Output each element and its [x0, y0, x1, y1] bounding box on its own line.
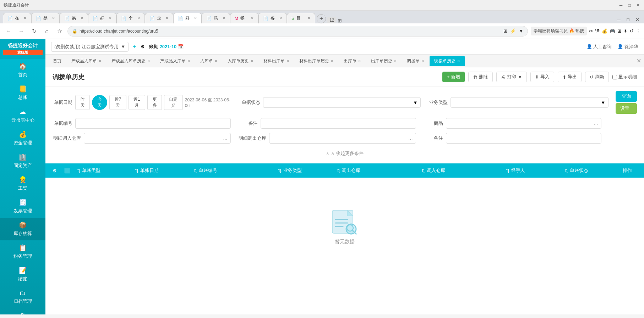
sidebar-item-ledger[interactable]: 📒 总账	[0, 82, 45, 104]
tab-product-in[interactable]: 产成品入库单 ✕	[67, 56, 106, 66]
back-button[interactable]: ←	[4, 26, 13, 36]
tab-material-out[interactable]: 材料出库单 ✕	[259, 56, 294, 66]
th-transfer-out[interactable]: ⇅ 调出仓库	[334, 167, 419, 174]
remark-input[interactable]	[261, 118, 416, 129]
sidebar-item-reports[interactable]: ☁ 云报表中心	[0, 104, 45, 127]
collapse-filter-btn[interactable]: ∧ ∧ 收起更多条件	[53, 148, 637, 159]
th-doc-type[interactable]: ⇅ 单账类型	[74, 167, 132, 174]
browser-tab-6[interactable]: 📄企✕	[145, 13, 173, 23]
browser-max-button[interactable]: □	[624, 16, 632, 23]
th-biz-type[interactable]: ⇅ 业务类型	[275, 167, 333, 174]
tab-product-in2[interactable]: 产成品入库单 ✕	[155, 56, 195, 66]
sidebar-item-inventory[interactable]: 📦 库存核算	[0, 218, 45, 240]
minimize-button[interactable]: ─	[617, 1, 625, 9]
th-doc-date[interactable]: ⇅ 单账日期	[132, 167, 190, 174]
settings-button[interactable]: 设置	[616, 103, 637, 114]
forward-button[interactable]: →	[16, 26, 26, 36]
th-doc-num[interactable]: ⇅ 单账编号	[191, 167, 275, 174]
tab-out-hist-close[interactable]: ✕	[394, 59, 397, 63]
export-button[interactable]: ⬆ 导出	[558, 72, 582, 82]
tab-material-out-hist[interactable]: 材料出库单历史 ✕	[295, 56, 338, 66]
sidebar-item-closing[interactable]: 📝 结账	[0, 263, 45, 286]
date-today-btn[interactable]: 今天	[92, 95, 107, 110]
maximize-button[interactable]: □	[626, 1, 633, 9]
import-button[interactable]: ⬇ 导入	[530, 72, 554, 82]
browser-tab-10[interactable]: 📄各✕	[258, 13, 287, 23]
date-7days-btn[interactable]: 近7天	[109, 95, 126, 110]
service-btn[interactable]: 👤 人工咨询	[586, 44, 612, 50]
display-checkbox[interactable]	[612, 75, 617, 79]
bookmark-button[interactable]: ☆	[55, 26, 65, 36]
refresh-button[interactable]: ↺ 刷新	[585, 72, 609, 82]
goods-select[interactable]: …	[446, 118, 601, 129]
browser-tab-2[interactable]: 📄易✕	[31, 13, 60, 23]
browser-tab-7[interactable]: 📄好✕	[173, 13, 202, 23]
tab-product-in-hist-close[interactable]: ✕	[147, 59, 150, 63]
tab-product-in-hist[interactable]: 产成品入库单历史 ✕	[107, 56, 155, 66]
sidebar-item-funds[interactable]: 💰 资金管理	[0, 127, 45, 150]
select-all-checkbox[interactable]	[65, 168, 70, 173]
tab-product-in2-close[interactable]: ✕	[187, 59, 190, 63]
tab-material-out-hist-close[interactable]: ✕	[331, 59, 334, 63]
add-company-btn[interactable]: +	[133, 44, 136, 50]
browser-close-button[interactable]: ✕	[633, 16, 641, 23]
tab-out-close[interactable]: ✕	[358, 59, 361, 63]
date-custom-btn[interactable]: 自定义	[164, 95, 183, 110]
browser-tab-9[interactable]: M畅✕	[230, 13, 258, 23]
address-bar[interactable]: 🔒 https://cloud.chanjet.com/accounting/u…	[67, 26, 528, 37]
browser-tab-1[interactable]: 📄在✕	[3, 13, 31, 23]
th-checkbox[interactable]	[61, 168, 74, 173]
reload-button[interactable]: ↻	[29, 26, 39, 36]
browser-tab-4[interactable]: 📄好✕	[88, 13, 116, 23]
biz-select[interactable]: ▼	[451, 97, 608, 108]
home-button[interactable]: ⌂	[42, 26, 52, 36]
tab-in[interactable]: 入库单 ✕	[196, 56, 222, 66]
new-tab-button[interactable]: +	[317, 14, 326, 23]
date-yesterday-btn[interactable]: 昨天	[75, 95, 90, 110]
settings-gear[interactable]: ⚙	[141, 44, 145, 49]
tab-bar-close[interactable]: ✕	[637, 57, 641, 64]
sidebar-item-home[interactable]: 🏠 首页	[0, 59, 45, 82]
period-selector[interactable]: 账期 2021-10 📅	[149, 44, 184, 50]
detail-out-select[interactable]: …	[269, 133, 416, 144]
sidebar-item-settings[interactable]: ⚙ 基础设置	[0, 308, 45, 314]
tab-transfer-hist-close[interactable]: ✕	[457, 59, 460, 63]
status-select[interactable]: ▼	[263, 97, 421, 108]
date-1month-btn[interactable]: 近1月	[129, 95, 145, 110]
tab-transfer-hist[interactable]: 调拨单历史 ✕	[430, 56, 465, 66]
sidebar-item-archive[interactable]: 🗂 归档管理	[0, 286, 45, 308]
sidebar-item-invoices[interactable]: 🧾 发票管理	[0, 195, 45, 218]
sidebar-item-payroll[interactable]: 👷 工资	[0, 172, 45, 195]
delete-button[interactable]: 🗑 删除	[468, 72, 493, 82]
sidebar-item-assets[interactable]: 🏢 固定资产	[0, 150, 45, 172]
company-selector[interactable]: (勿删勿禁用) 江西服宝测试专用 ▼	[51, 42, 129, 52]
th-handler[interactable]: ⇅ 经手人	[503, 167, 561, 174]
date-more-btn[interactable]: 更多	[147, 95, 162, 110]
tab-product-in-close[interactable]: ✕	[98, 59, 102, 63]
th-settings[interactable]: ⚙	[48, 168, 61, 173]
detail-in-select[interactable]: …	[84, 133, 231, 144]
print-button[interactable]: 🖨 打印 ▼	[496, 72, 527, 82]
docnum-input[interactable]	[75, 118, 231, 129]
tab-in-hist-close[interactable]: ✕	[250, 59, 253, 63]
browser-tab-11[interactable]: S目✕	[287, 13, 315, 23]
new-button[interactable]: + 新增	[442, 72, 465, 82]
tab-out-hist[interactable]: 出库单历史 ✕	[366, 56, 402, 66]
tab-transfer-close[interactable]: ✕	[421, 59, 424, 63]
th-doc-status[interactable]: ⇅ 单账状态	[562, 167, 620, 174]
query-button[interactable]: 查询	[616, 91, 637, 102]
browser-min-button[interactable]: ─	[615, 16, 623, 23]
tab-home[interactable]: 首页	[48, 56, 66, 66]
tab-transfer[interactable]: 调拨单 ✕	[402, 56, 429, 66]
th-transfer-in[interactable]: ⇅ 调入仓库	[419, 167, 503, 174]
close-button[interactable]: ✕	[634, 1, 642, 9]
display-toggle[interactable]: 显示明细	[612, 74, 637, 80]
tab-out[interactable]: 出库单 ✕	[339, 56, 366, 66]
browser-tab-3[interactable]: 📄易✕	[60, 13, 88, 23]
browser-tab-8[interactable]: 📄腾✕	[202, 13, 230, 23]
user-profile-btn[interactable]: 👤 徐泽华	[617, 44, 638, 50]
note-input[interactable]	[446, 133, 601, 144]
sidebar-item-tax[interactable]: 📋 税务管理	[0, 240, 45, 263]
browser-tab-5[interactable]: 📄个✕	[116, 13, 145, 23]
tab-in-close[interactable]: ✕	[214, 59, 218, 63]
